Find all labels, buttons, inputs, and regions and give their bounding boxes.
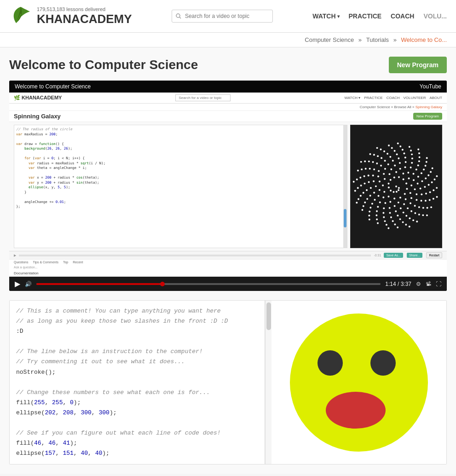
svg-point-30 [389,201,391,203]
svg-point-155 [394,224,396,226]
smiley-mouth [326,392,386,429]
svg-point-165 [433,198,434,200]
svg-point-126 [427,174,429,176]
inner-ask-placeholder: Ask a question... [14,266,38,269]
svg-point-129 [409,217,411,219]
svg-point-152 [433,189,434,191]
svg-point-79 [403,212,404,214]
nav-volunteer[interactable]: VOLU... [423,12,447,20]
inner-new-program-button: New Program [413,113,442,120]
breadcrumb-cs[interactable]: Computer Science [305,36,354,43]
svg-point-176 [432,168,433,169]
svg-point-191 [426,215,428,216]
inner-breadcrumb: Computer Science » Browse All » Spinning… [9,104,447,111]
svg-point-130 [392,220,394,222]
svg-point-49 [404,166,406,168]
svg-point-157 [363,205,364,207]
svg-point-116 [414,212,416,214]
svg-point-190 [436,196,438,198]
breadcrumb: Computer Science » Tutorials » Welcome t… [0,33,456,47]
inner-header: 🌿 KHANACADEMY WATCH ▾ PRACTICE COACH VOL… [9,93,447,104]
svg-point-56 [379,202,381,203]
svg-point-150 [419,157,421,158]
svg-point-138 [425,165,427,167]
svg-point-39 [414,188,416,190]
search-area[interactable] [172,10,273,23]
svg-point-183 [354,190,356,192]
svg-point-187 [409,146,410,148]
inner-time: -0:31 [374,254,381,257]
svg-point-55 [389,207,391,209]
svg-point-144 [369,211,370,213]
logo-khan: KHAN [37,12,71,26]
smiley-face [290,313,428,452]
inner-breadcrumb-current: Spinning Galaxy [416,105,442,109]
code-line-11: } [16,190,345,195]
scrollbar-thumb [266,302,271,330]
svg-point-54 [400,207,402,209]
inner-tab-tips: Tips & Comments [33,261,58,264]
inner-save-btn: Save As... [384,253,403,258]
inner-code-panel: // The radius of the circle var maxRadiu… [14,125,347,248]
svg-point-9 [390,179,392,181]
svg-point-120 [363,192,364,194]
code-editor[interactable]: // This is a comment! You can type anyth… [10,301,265,464]
svg-point-106 [376,210,378,212]
svg-point-179 [416,221,418,222]
svg-point-188 [426,157,428,159]
svg-point-95 [366,189,368,191]
svg-point-173 [380,148,382,150]
svg-point-182 [361,209,363,211]
svg-point-178 [430,206,432,208]
svg-point-170 [358,198,359,200]
svg-point-184 [357,169,359,171]
new-program-button[interactable]: New Program [389,57,447,73]
svg-point-90 [421,200,422,202]
captions-icon[interactable]: 📽 [426,281,431,287]
svg-point-6 [390,190,392,192]
svg-point-105 [390,216,392,218]
svg-point-128 [422,207,424,209]
lessons-count: 179,513,183 lessons delivered [37,6,132,12]
svg-point-33 [379,180,381,182]
svg-point-132 [364,202,366,203]
code-line-12: angleChange += 0.01; [16,200,345,205]
code-line-13: }; [16,204,345,209]
svg-point-80 [389,212,391,214]
code-line-6: var radius = maxRadius * sqrt(i / N); [16,161,345,166]
volume-icon[interactable]: 🔊 [25,281,32,287]
svg-point-72 [380,165,382,167]
nav-coach[interactable]: COACH [391,12,414,20]
svg-point-62 [410,167,412,168]
svg-point-78 [414,205,416,207]
svg-point-166 [422,214,424,216]
inner-tab-questions: Questions [14,261,29,264]
svg-point-135 [377,155,379,157]
svg-point-136 [394,150,396,152]
page-title-row: Welcome to Computer Science New Program [9,57,447,73]
breadcrumb-tutorials[interactable]: Tutorials [366,36,389,43]
svg-point-69 [374,199,375,201]
nav-watch[interactable]: WATCH [312,12,339,20]
inner-play-icon: ▶ [14,254,16,257]
svg-point-195 [356,202,358,203]
play-button[interactable]: ▶ [15,279,20,288]
video-title: Welcome to Computer Science [15,83,91,90]
editor-line-10: fill(255, 255, 0); [16,398,258,408]
svg-point-143 [384,220,386,222]
editor-scrollbar[interactable] [265,301,271,464]
progress-bar[interactable] [36,283,381,285]
svg-point-146 [359,177,361,179]
settings-icon[interactable]: ⚙ [416,281,421,287]
search-input[interactable] [172,10,273,23]
svg-point-8 [388,183,390,185]
nav-practice[interactable]: PRACTICE [349,12,382,20]
video-controls: ▶ 🔊 1:14 / 3:37 ⚙ 📽 ⛶ [9,277,447,291]
code-line-7: var theta = angleChange * i; [16,166,345,171]
time-current: 1:14 [385,281,396,287]
logo-leaf-icon [9,5,32,28]
svg-point-50 [413,173,415,174]
fullscreen-icon[interactable]: ⛶ [436,281,441,287]
svg-point-197 [360,161,362,163]
svg-point-83 [368,181,370,183]
